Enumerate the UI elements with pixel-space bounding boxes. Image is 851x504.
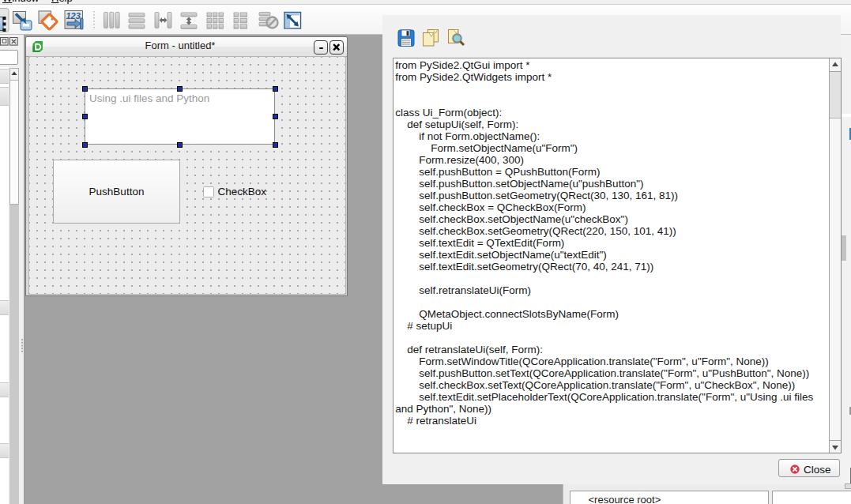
svg-text:123: 123 [66, 11, 81, 21]
